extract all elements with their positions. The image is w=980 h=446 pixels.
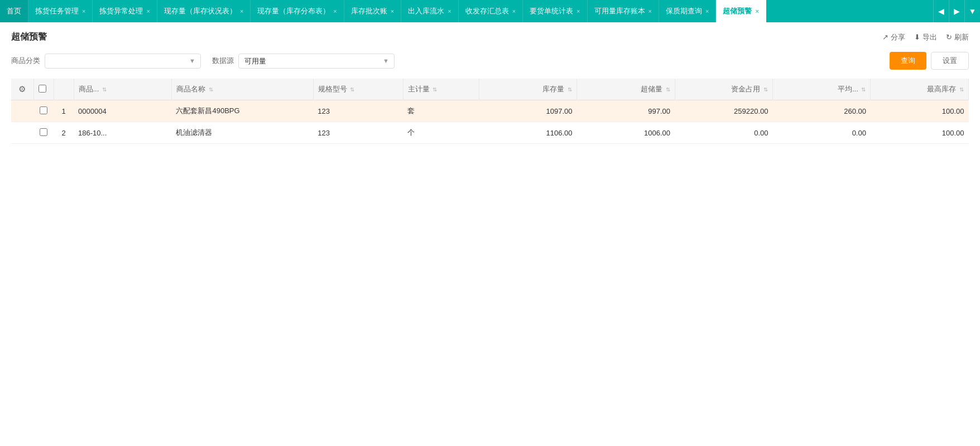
- row-code: 186-10...: [74, 122, 171, 144]
- nav-inout-flow[interactable]: 出入库流水 ×: [401, 0, 458, 22]
- close-icon[interactable]: ×: [82, 8, 85, 14]
- close-icon[interactable]: ×: [648, 8, 652, 14]
- column-unit[interactable]: 主计量 ⇅: [403, 79, 479, 100]
- row-max-stock: 100.00: [871, 122, 969, 144]
- column-code[interactable]: 商品... ⇅: [74, 79, 171, 100]
- gear-icon[interactable]: ⚙: [18, 84, 26, 94]
- share-button[interactable]: ↗ 分享: [882, 32, 905, 42]
- category-select-wrapper: ▼: [45, 54, 201, 69]
- column-max-stock[interactable]: 最高库存 ⇅: [871, 79, 969, 100]
- nav-order-stats[interactable]: 要货单统计表 ×: [523, 0, 587, 22]
- row-checkbox-cell: [33, 100, 54, 122]
- header-actions: ↗ 分享 ⬇ 导出 ↻ 刷新: [882, 32, 969, 42]
- row-stock: 1106.00: [479, 122, 577, 144]
- nav-pick-exception[interactable]: 拣货异常处理 ×: [93, 0, 157, 22]
- row-unit: 个: [403, 122, 479, 144]
- row-unit: 套: [403, 100, 479, 122]
- filter-category: 商品分类 ▼: [11, 54, 201, 69]
- close-icon[interactable]: ×: [512, 8, 516, 14]
- nav-available-ledger[interactable]: 可用量库存账本 ×: [588, 0, 659, 22]
- close-icon[interactable]: ×: [755, 8, 758, 14]
- row-capital: 0.00: [675, 122, 772, 144]
- nav-inventory-status[interactable]: 现存量（库存状况表） ×: [157, 0, 251, 22]
- datasource-select-wrapper: 可用量 ▼: [238, 54, 395, 69]
- nav-overstock-warning[interactable]: 超储预警 ×: [716, 0, 766, 22]
- main-content: 超储预警 ↗ 分享 ⬇ 导出 ↻ 刷新 商品分类 ▼: [0, 22, 980, 446]
- datasource-select[interactable]: 可用量: [238, 54, 395, 69]
- datasource-label: 数据源: [212, 56, 234, 66]
- row-spec: 123: [313, 122, 403, 144]
- row-number: 2: [54, 122, 74, 144]
- column-row-num: [54, 79, 74, 100]
- row-avg: 0.00: [772, 122, 870, 144]
- filter-bar: 商品分类 ▼ 数据源 可用量 ▼ 查询 设置: [11, 52, 969, 70]
- column-stock[interactable]: 库存量 ⇅: [479, 79, 577, 100]
- select-all-checkbox[interactable]: [39, 85, 46, 93]
- share-icon: ↗: [882, 33, 888, 41]
- row-gear-cell: [11, 100, 33, 122]
- row-overstock: 1006.00: [577, 122, 675, 144]
- export-button[interactable]: ⬇ 导出: [914, 32, 937, 42]
- top-navigation: 首页 拣货任务管理 × 拣货异常处理 × 现存量（库存状况表） × 现存量（库存…: [0, 0, 980, 22]
- filter-datasource: 数据源 可用量 ▼: [212, 54, 395, 69]
- row-checkbox[interactable]: [40, 128, 47, 136]
- table-row: 1 0000004 六配套新昌490BPG 123 套 1097.00 997.…: [11, 100, 969, 122]
- row-avg: 260.00: [772, 100, 870, 122]
- nav-shelf-life[interactable]: 保质期查询 ×: [659, 0, 716, 22]
- column-spec[interactable]: 规格型号 ⇅: [313, 79, 403, 100]
- nav-receive-summary[interactable]: 收发存汇总表 ×: [459, 0, 523, 22]
- sort-icon: ⇅: [209, 86, 213, 93]
- close-icon[interactable]: ×: [146, 8, 150, 14]
- row-gear-cell: [11, 122, 33, 144]
- row-checkbox[interactable]: [40, 106, 47, 114]
- category-label: 商品分类: [11, 56, 40, 66]
- column-overstock[interactable]: 超储量 ⇅: [577, 79, 675, 100]
- row-name: 机油滤清器: [171, 122, 313, 144]
- close-icon[interactable]: ×: [240, 8, 243, 14]
- row-overstock: 997.00: [577, 100, 675, 122]
- column-capital[interactable]: 资金占用 ⇅: [675, 79, 772, 100]
- nav-inventory-dist[interactable]: 现存量（库存分布表） ×: [251, 0, 344, 22]
- data-table: ⚙ 商品... ⇅ 商品名称 ⇅ 规格型号 ⇅: [11, 79, 969, 144]
- close-icon[interactable]: ×: [577, 8, 580, 14]
- sort-icon: ⇅: [959, 86, 964, 93]
- sort-icon: ⇅: [433, 86, 437, 93]
- table-row: 2 186-10... 机油滤清器 123 个 1106.00 1006.00 …: [11, 122, 969, 144]
- sort-icon: ⇅: [350, 86, 354, 93]
- row-checkbox-cell: [33, 122, 54, 144]
- export-icon: ⬇: [914, 33, 920, 41]
- row-capital: 259220.00: [675, 100, 772, 122]
- row-name: 六配套新昌490BPG: [171, 100, 313, 122]
- settings-button[interactable]: 设置: [931, 52, 969, 70]
- column-avg[interactable]: 平均... ⇅: [772, 79, 870, 100]
- close-icon[interactable]: ×: [448, 8, 451, 14]
- refresh-icon: ↻: [946, 33, 952, 41]
- category-select[interactable]: [45, 54, 201, 69]
- refresh-button[interactable]: ↻ 刷新: [946, 32, 969, 42]
- nav-pick-task[interactable]: 拣货任务管理 ×: [28, 0, 93, 22]
- column-select-all: [33, 79, 54, 100]
- column-settings[interactable]: ⚙: [11, 79, 33, 100]
- row-stock: 1097.00: [479, 100, 577, 122]
- page-header: 超储预警 ↗ 分享 ⬇ 导出 ↻ 刷新: [11, 31, 969, 43]
- nav-next-button[interactable]: ▶: [949, 0, 964, 22]
- row-number: 1: [54, 100, 74, 122]
- filter-actions: 查询 设置: [890, 52, 969, 70]
- query-button[interactable]: 查询: [890, 52, 926, 70]
- table-header-row: ⚙ 商品... ⇅ 商品名称 ⇅ 规格型号 ⇅: [11, 79, 969, 100]
- page-title: 超储预警: [11, 31, 47, 43]
- sort-icon: ⇅: [666, 86, 670, 93]
- close-icon[interactable]: ×: [391, 8, 394, 14]
- sort-icon: ⇅: [763, 86, 768, 93]
- close-icon[interactable]: ×: [705, 8, 709, 14]
- nav-arrows: ◀ ▶ ▼: [933, 0, 980, 22]
- column-name[interactable]: 商品名称 ⇅: [171, 79, 313, 100]
- row-max-stock: 100.00: [871, 100, 969, 122]
- nav-inventory-batch[interactable]: 库存批次账 ×: [344, 0, 401, 22]
- sort-icon: ⇅: [861, 86, 866, 93]
- nav-home[interactable]: 首页: [0, 0, 28, 22]
- close-icon[interactable]: ×: [333, 8, 337, 14]
- nav-prev-button[interactable]: ◀: [933, 0, 949, 22]
- row-spec: 123: [313, 100, 403, 122]
- nav-more-button[interactable]: ▼: [964, 0, 980, 22]
